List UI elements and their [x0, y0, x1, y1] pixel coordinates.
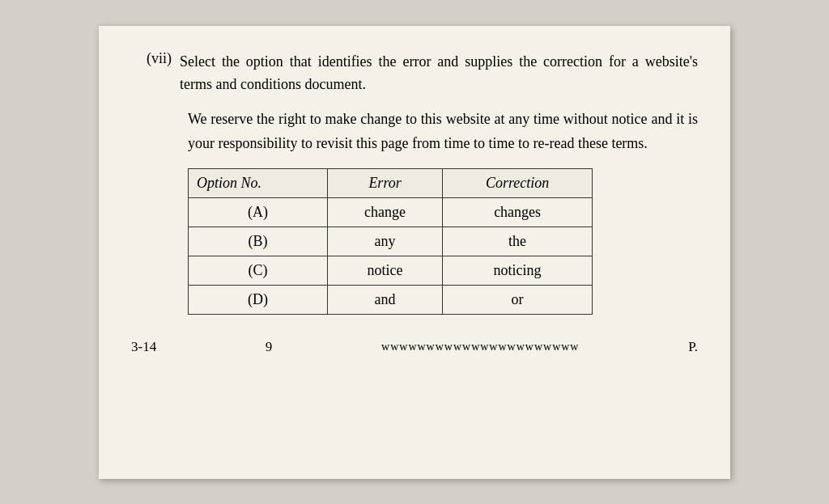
table-row: (C)noticenoticing: [189, 256, 593, 286]
question-number: (vii): [131, 50, 180, 97]
footer-left: 3-14: [131, 339, 156, 355]
table-cell-r2-c1: notice: [327, 256, 442, 286]
page: (vii) Select the option that identifies …: [99, 26, 730, 479]
footer-center: 9: [266, 339, 273, 355]
table-cell-r3-c2: or: [443, 286, 593, 315]
col-header-option: Option No.: [189, 169, 328, 198]
table-cell-r0-c2: changes: [443, 198, 593, 227]
table-cell-r2-c0: (C): [189, 256, 328, 286]
question-text: Select the option that identifies the er…: [180, 50, 698, 97]
col-header-error: Error: [327, 169, 442, 198]
table-row: (B)anythe: [189, 227, 593, 256]
table-row: (A)changechanges: [189, 198, 593, 227]
table-cell-r3-c1: and: [327, 286, 442, 315]
footer-right: P.: [688, 339, 698, 355]
table-cell-r0-c1: change: [327, 198, 442, 227]
footer: 3-14 9 wwwwwwwwwwwwwwwwwwwwww P.: [131, 339, 698, 355]
table-cell-r0-c0: (A): [189, 198, 328, 227]
table-cell-r1-c2: the: [443, 227, 593, 256]
options-table: Option No. Error Correction (A)changecha…: [188, 168, 593, 315]
table-row: (D)andor: [189, 286, 593, 315]
table-cell-r2-c2: noticing: [443, 256, 593, 286]
paragraph-text: We reserve the right to make change to t…: [188, 108, 698, 155]
question-block: (vii) Select the option that identifies …: [131, 50, 698, 97]
table-cell-r1-c1: any: [327, 227, 442, 256]
footer-wavy: wwwwwwwwwwwwwwwwwwwwww: [381, 341, 579, 354]
table-body: (A)changechanges(B)anythe(C)noticenotici…: [189, 198, 593, 315]
table-wrapper: Option No. Error Correction (A)changecha…: [188, 168, 698, 315]
table-cell-r1-c0: (B): [189, 227, 328, 256]
col-header-correction: Correction: [443, 169, 593, 198]
table-cell-r3-c0: (D): [189, 286, 328, 315]
table-header-row: Option No. Error Correction: [189, 169, 593, 198]
